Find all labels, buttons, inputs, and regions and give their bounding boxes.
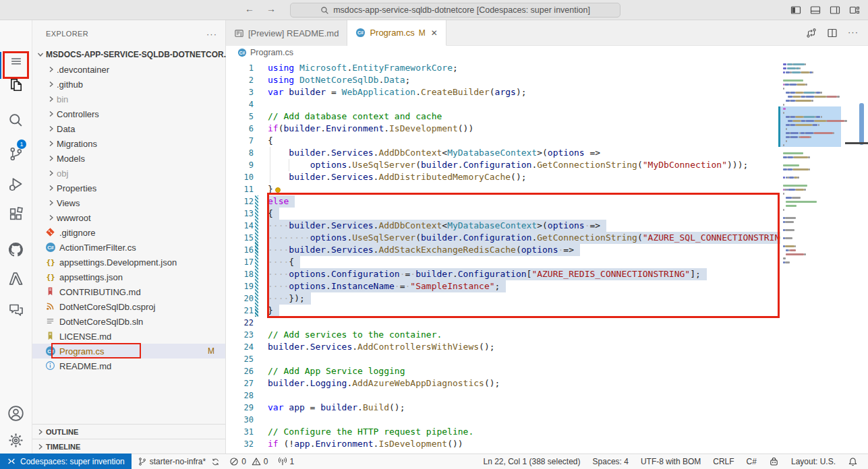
tree-item-controllers[interactable]: Controllers	[32, 106, 225, 121]
code-line-22[interactable]: 22	[226, 317, 780, 329]
code-line-11[interactable]: 11}	[226, 183, 780, 195]
source-control-icon[interactable]	[0, 140, 32, 167]
code-line-7[interactable]: 7{	[226, 135, 780, 147]
code-line-13[interactable]: 13{	[226, 208, 780, 220]
code-line-32[interactable]: 32if (!app.Environment.IsDevelopment())	[226, 438, 780, 450]
tree-item-contributing.md[interactable]: CONTRIBUTING.md	[32, 284, 225, 299]
tree-item-wwwroot[interactable]: wwwroot	[32, 210, 225, 225]
layout-sidebar-left-icon[interactable]	[790, 5, 801, 15]
code-line-26[interactable]: 26// Add App Service logging	[226, 365, 780, 377]
code-line-14[interactable]: 14····builder.Services.AddDbContext<MyDa…	[226, 220, 780, 232]
tree-item-models[interactable]: Models	[32, 151, 225, 166]
tree-item-bin[interactable]: bin	[32, 92, 225, 106]
layout-customize-icon[interactable]	[849, 5, 860, 15]
tree-item-.devcontainer[interactable]: .devcontainer	[32, 62, 225, 77]
run-debug-icon[interactable]	[0, 170, 32, 197]
tab-program-cs[interactable]: C# Program.cs M ✕	[347, 20, 446, 46]
code-line-27[interactable]: 27builder.Logging.AddAzureWebAppDiagnost…	[226, 377, 780, 389]
outline-pane-header[interactable]: OUTLINE	[32, 424, 225, 439]
code-line-18[interactable]: 18····options.Configuration·=·builder.Co…	[226, 268, 780, 280]
code-line-21[interactable]: 21}	[226, 305, 780, 317]
code-line-6[interactable]: 6if(builder.Environment.IsDevelopment())	[226, 123, 780, 135]
layout-panel-icon[interactable]	[810, 5, 821, 15]
line-number: 11	[226, 183, 254, 195]
tree-item-appsettings.json[interactable]: {}appsettings.json	[32, 270, 225, 284]
tab-readme-preview[interactable]: [Preview] README.md	[226, 20, 347, 46]
code-line-9[interactable]: 9 options.UseSqlServer(builder.Configura…	[226, 159, 780, 171]
code-line-8[interactable]: 8 builder.Services.AddDbContext<MyDataba…	[226, 147, 780, 159]
tree-item-obj[interactable]: obj	[32, 166, 225, 181]
nav-back-icon[interactable]: ←	[243, 3, 256, 14]
split-editor-icon[interactable]	[827, 28, 838, 38]
tree-item-license.md[interactable]: LICENSE.md	[32, 329, 225, 344]
status-keyboard-layout[interactable]: Layout: U.S.	[788, 457, 839, 466]
breadcrumb-item: Program.cs	[250, 48, 293, 57]
minimap[interactable]	[780, 59, 841, 454]
status-ports[interactable]: 1	[274, 457, 298, 466]
code-line-16[interactable]: 16····builder.Services.AddStackExchangeR…	[226, 244, 780, 256]
layout-sidebar-right-icon[interactable]	[830, 5, 840, 15]
menu-icon[interactable]	[0, 48, 32, 75]
tree-root-folder[interactable]: MSDOCS-APP-SERVICE-SQLDB-DOTNETCOR...	[32, 47, 225, 62]
tree-item-dotnetcoresqldb.sln[interactable]: DotNetCoreSqlDb.sln	[32, 314, 225, 329]
tree-item-program.cs[interactable]: C#Program.csM	[32, 344, 225, 358]
overview-ruler-selection[interactable]	[859, 103, 864, 145]
code-line-28[interactable]: 28	[226, 389, 780, 402]
status-feedback-robot[interactable]	[765, 457, 782, 467]
comments-icon[interactable]	[0, 296, 32, 323]
tree-item-migrations[interactable]: Migrations	[32, 136, 225, 151]
account-icon[interactable]	[0, 400, 32, 427]
tree-item-.github[interactable]: .github	[32, 77, 225, 92]
code-line-5[interactable]: 5// Add database context and cache	[226, 111, 780, 123]
breadcrumb[interactable]: C# Program.cs	[226, 46, 868, 59]
status-remote-indicator[interactable]: Codespaces: super invention	[0, 454, 132, 469]
tree-item-dotnetcoresqldb.csproj[interactable]: DotNetCoreSqlDb.csproj	[32, 299, 225, 314]
status-encoding[interactable]: UTF-8 with BOM	[637, 457, 704, 466]
status-cursor-position[interactable]: Ln 22, Col 1 (388 selected)	[480, 457, 583, 466]
code-line-20[interactable]: 20····});	[226, 292, 780, 305]
tree-item-.gitignore[interactable]: .gitignore	[32, 225, 225, 240]
explorer-more-actions-icon[interactable]: ···	[206, 29, 217, 39]
status-eol[interactable]: CRLF	[710, 457, 737, 466]
open-changes-icon[interactable]	[806, 28, 817, 38]
code-line-2[interactable]: 2using DotNetCoreSqlDb.Data;	[226, 74, 780, 86]
code-line-25[interactable]: 25	[226, 353, 780, 365]
close-icon[interactable]: ✕	[431, 28, 438, 38]
settings-gear-icon[interactable]	[0, 427, 32, 454]
code-line-4[interactable]: 4	[226, 98, 780, 111]
code-area[interactable]: 1using Microsoft.EntityFrameworkCore;2us…	[226, 59, 780, 450]
tree-item-views[interactable]: Views	[32, 195, 225, 210]
files-icon[interactable]	[0, 71, 32, 98]
tree-item-appsettings.development.json[interactable]: {}appsettings.Development.json	[32, 255, 225, 270]
code-line-19[interactable]: 19····options.InstanceName·=·"SampleInst…	[226, 280, 780, 292]
extensions-icon[interactable]	[0, 201, 32, 228]
github-icon[interactable]	[0, 236, 32, 263]
tree-item-actiontimerfilter.cs[interactable]: C#ActionTimerFilter.cs	[32, 240, 225, 255]
tree-item-readme.md[interactable]: README.md	[32, 358, 225, 373]
code-line-24[interactable]: 24builder.Services.AddControllersWithVie…	[226, 341, 780, 353]
tree-item-properties[interactable]: Properties	[32, 181, 225, 195]
timeline-pane-header[interactable]: TIMELINE	[32, 439, 225, 454]
code-line-30[interactable]: 30	[226, 414, 780, 426]
status-indentation[interactable]: Spaces: 4	[589, 457, 632, 466]
code-line-3[interactable]: 3var builder = WebApplication.CreateBuil…	[226, 86, 780, 98]
activity-bar: 1	[0, 20, 32, 454]
nav-forward-icon[interactable]: →	[264, 3, 278, 14]
status-problems[interactable]: 00	[226, 457, 271, 466]
command-center-search[interactable]: msdocs-app-service-sqldb-dotnetcore [Cod…	[290, 3, 620, 18]
code-line-31[interactable]: 31// Configure the HTTP request pipeline…	[226, 426, 780, 438]
code-line-17[interactable]: 17····{	[226, 256, 780, 268]
code-line-29[interactable]: 29var app = builder.Build();	[226, 402, 780, 414]
tree-item-data[interactable]: Data	[32, 121, 225, 136]
status-language-mode[interactable]: C#	[743, 457, 760, 466]
more-actions-icon[interactable]: ···	[848, 28, 859, 38]
code-line-23[interactable]: 23// Add services to the container.	[226, 329, 780, 341]
status-branch[interactable]: starter-no-infra*	[134, 457, 223, 466]
code-line-15[interactable]: 15········options.UseSqlServer(builder.C…	[226, 232, 780, 244]
status-notifications-bell[interactable]	[844, 457, 861, 467]
code-line-1[interactable]: 1using Microsoft.EntityFrameworkCore;	[226, 62, 780, 74]
azure-icon[interactable]	[0, 265, 32, 292]
code-line-12[interactable]: 12else	[226, 195, 780, 208]
code-line-10[interactable]: 10 builder.Services.AddDistributedMemory…	[226, 171, 780, 183]
search-icon[interactable]	[0, 106, 32, 133]
